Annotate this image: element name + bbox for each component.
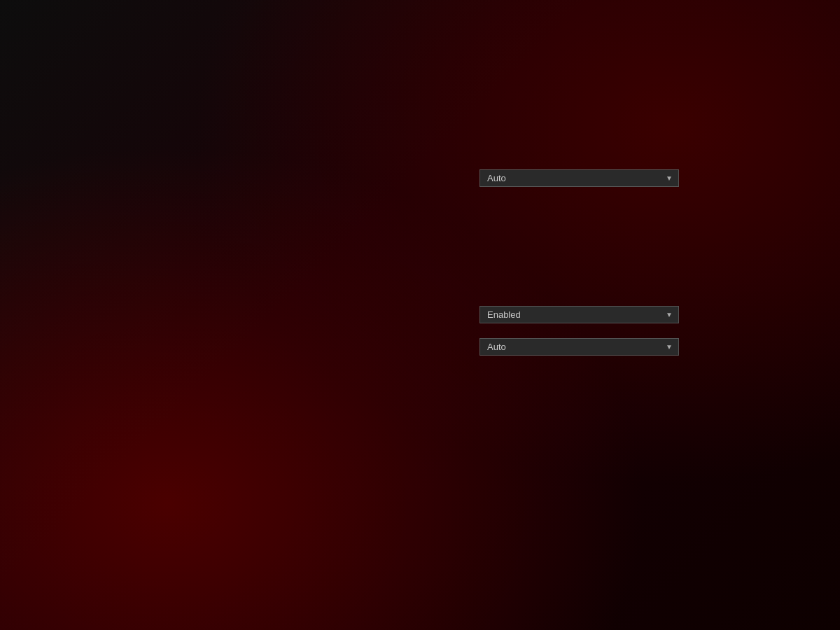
dropdown-arrow-icon: ▼ bbox=[666, 311, 673, 318]
bclk-voltage-dropdown[interactable]: Enabled ▼ bbox=[479, 306, 679, 323]
cpu-core-voltage-dropdown[interactable]: Auto ▼ bbox=[479, 338, 679, 356]
setting-value-area: Enabled ▼ bbox=[479, 306, 679, 323]
setting-value-area: Auto ▼ bbox=[479, 169, 679, 187]
dropdown-arrow-icon: ▼ bbox=[666, 174, 673, 182]
ring-down-bin-dropdown[interactable]: Auto ▼ bbox=[479, 169, 679, 187]
dropdown-arrow-icon: ▼ bbox=[666, 343, 673, 351]
